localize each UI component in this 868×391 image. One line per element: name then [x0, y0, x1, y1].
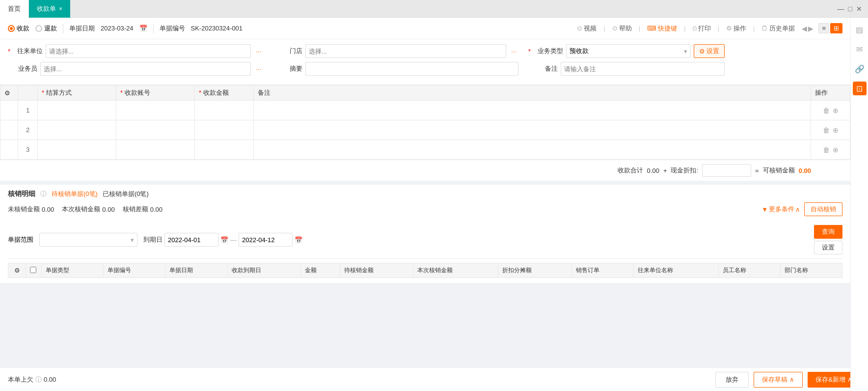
summary-input[interactable] — [305, 62, 518, 76]
sidebar-table-icon[interactable]: ▤ — [853, 23, 867, 36]
th-amount: * 收款金额 — [195, 85, 254, 101]
save-draft-btn[interactable]: 保存草稿 ∧ — [754, 372, 803, 388]
view-list-btn[interactable]: ≡ — [818, 23, 829, 33]
btn-print[interactable]: ⎙ 打印 — [691, 23, 713, 34]
row3-amount[interactable] — [195, 140, 254, 160]
btn-shortcut[interactable]: ⌨ 快捷键 — [645, 23, 679, 34]
summary-label: 摘要 — [273, 64, 302, 73]
counterparty-field: * 往来单位 ··· — [8, 44, 263, 58]
sidebar-camera-icon[interactable]: ⊡ — [853, 82, 867, 95]
row1-copy-btn[interactable]: ⊕ — [833, 107, 839, 114]
bth-counterparty: 往来单位名称 — [633, 263, 718, 278]
select-all-checkbox[interactable] — [30, 267, 36, 273]
counterparty-ellipsis[interactable]: ··· — [254, 48, 263, 55]
counterparty-input[interactable] — [46, 44, 251, 58]
row3-copy-btn[interactable]: ⊕ — [833, 146, 839, 154]
tab-done[interactable]: 已核销单据(0笔) — [103, 190, 149, 198]
sidebar-email-icon[interactable]: ✉ — [853, 42, 867, 56]
radio-receive-label: 收款 — [17, 24, 29, 33]
btn-help[interactable]: ⊙ 帮助 — [610, 23, 634, 34]
tab-active[interactable]: 收款单 × — [29, 0, 70, 18]
row3-delete-btn[interactable]: 🗑 — [823, 146, 830, 154]
no-value: SK-20230324-001 — [191, 25, 243, 32]
tab-close-icon[interactable]: × — [59, 5, 62, 12]
store-ellipsis[interactable]: ··· — [509, 48, 518, 55]
staff-ellipsis[interactable]: ··· — [254, 65, 263, 73]
more-filter-btn[interactable]: ▼ 更多条件 ∧ — [761, 205, 800, 214]
cal-icon-to[interactable]: 📅 — [295, 236, 302, 244]
row1-amount[interactable] — [195, 101, 254, 120]
collect-total-label: 收款合计 — [618, 166, 643, 175]
th-gear[interactable]: ⚙ — [0, 85, 18, 101]
prev-arrow[interactable]: ◀ — [802, 25, 807, 32]
setup-button[interactable]: ⚙ 设置 — [694, 44, 725, 58]
row2-remark[interactable] — [254, 120, 811, 140]
remark-input[interactable] — [561, 62, 725, 76]
cash-discount-input[interactable] — [702, 164, 751, 177]
row1-delete-btn[interactable]: 🗑 — [823, 107, 830, 114]
footer-actions: 放弃 保存草稿 ∧ 保存&新增 ∧ — [715, 372, 860, 388]
view-btns: ≡ ⊞ — [818, 23, 842, 33]
info-row: 未核销金额 0.00 本次核销金额 0.00 核销差额 0.00 ▼ 更多条件 … — [8, 202, 842, 216]
bth-due: 收款到期日 — [227, 263, 301, 278]
row1-settle[interactable] — [38, 101, 116, 120]
window-controls: — □ ✕ — [838, 5, 868, 13]
abandon-btn[interactable]: 放弃 — [715, 372, 749, 388]
query-btn[interactable]: 查询 — [814, 225, 842, 239]
row2-cell0 — [0, 120, 18, 140]
required-star2: * — [528, 48, 531, 55]
store-input[interactable] — [305, 44, 506, 58]
date-from-input[interactable] — [164, 233, 218, 247]
row2-account[interactable] — [116, 120, 195, 140]
business-type-value: 预收款 — [570, 47, 589, 56]
form-area: * 往来单位 ··· 门店 ··· * 业务类型 预收款 ▾ ⚙ — [0, 39, 850, 85]
date-value[interactable]: 2023-03-24 — [101, 25, 134, 32]
chevron-up-icon2: ∧ — [789, 376, 794, 383]
cash-discount-label: 现金折扣: — [671, 166, 698, 175]
sidebar-clip-icon[interactable]: 🔗 — [853, 62, 867, 76]
staff-label: 业务员 — [8, 64, 37, 73]
toolbar-right: ⊙ 视频 | ⊙ 帮助 | ⌨ 快捷键 | ⎙ 打印 | ⚙ 操作 | — [575, 23, 842, 34]
close-btn[interactable]: ✕ — [856, 5, 862, 13]
minimize-btn[interactable]: — — [838, 5, 844, 13]
sep1 — [63, 24, 63, 33]
date-to-input[interactable] — [239, 233, 293, 247]
radio-return[interactable]: 退款 — [35, 24, 57, 33]
row2-amount[interactable] — [195, 120, 254, 140]
diff-item: 核销差额 0.00 — [123, 205, 163, 214]
btn-video[interactable]: ⊙ 视频 — [575, 23, 598, 34]
radio-receive[interactable]: 收款 — [8, 24, 29, 33]
calendar-icon[interactable]: 📅 — [139, 25, 147, 32]
row2-delete-btn[interactable]: 🗑 — [823, 126, 830, 134]
maximize-btn[interactable]: □ — [848, 5, 852, 13]
tab-pending[interactable]: 待核销单据(0笔) — [52, 190, 98, 198]
row1-cell0 — [0, 101, 18, 120]
required-star: * — [8, 48, 10, 55]
row3-settle[interactable] — [38, 140, 116, 160]
btn-action[interactable]: ⚙ 操作 — [724, 23, 748, 34]
radio-receive-dot — [8, 25, 15, 32]
row3-remark[interactable] — [254, 140, 811, 160]
settings-btn2[interactable]: 设置 — [814, 241, 842, 254]
view-grid-btn[interactable]: ⊞ — [830, 23, 842, 33]
business-type-select[interactable]: 预收款 ▾ — [566, 44, 691, 58]
staff-input[interactable] — [40, 62, 251, 76]
row3-account[interactable] — [116, 140, 195, 160]
auto-reconcile-btn[interactable]: 自动核销 — [804, 202, 842, 216]
row2-settle[interactable] — [38, 120, 116, 140]
btn-history[interactable]: 🗒 历史单据 — [760, 23, 797, 34]
row1-remark[interactable] — [254, 101, 811, 120]
remark-field: 备注 — [528, 62, 725, 76]
row1-account[interactable] — [116, 101, 195, 120]
tab-home[interactable]: 首页 — [0, 0, 29, 18]
row2-copy-btn[interactable]: ⊕ — [833, 126, 839, 134]
cal-icon-from[interactable]: 📅 — [220, 236, 228, 244]
unreconciled-value: 0.00 — [42, 206, 54, 213]
table-row: 1 🗑 ⊕ — [0, 101, 850, 120]
bth-gear[interactable]: ⚙ — [8, 263, 26, 278]
bth-checkbox[interactable] — [26, 263, 42, 278]
next-arrow[interactable]: ▶ — [808, 25, 814, 32]
range-select[interactable]: ▾ — [39, 233, 137, 247]
date-label: 单据日期 — [69, 24, 95, 33]
row2-index: 2 — [18, 120, 38, 140]
